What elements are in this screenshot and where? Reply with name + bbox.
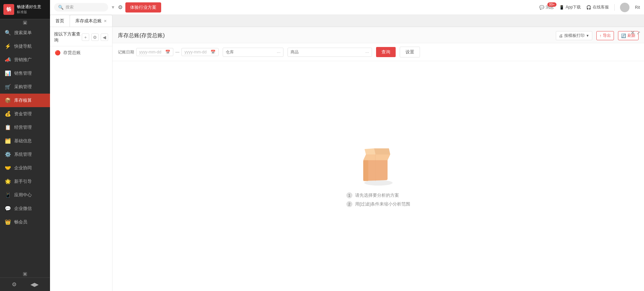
sidebar-item-sales[interactable]: 📊 销售管理 [0, 67, 50, 80]
main-area: 🔍 搜索 ▼ ⚙ 体验行业方案 💬 消息 99+ 📱 App下载 🎧 在线客服 [50, 0, 644, 291]
sidebar-item-marketing[interactable]: 📣 营销推广 [0, 53, 50, 67]
svg-point-0 [364, 180, 393, 186]
operation-icon: 📋 [5, 124, 11, 130]
filter-collapse-btn[interactable]: ◀ [101, 33, 108, 41]
empty-tips: 1 请先选择要分析的方案 2 用[过滤]条件来缩小分析范围 [346, 192, 410, 207]
sidebar-item-label: 基础信息 [14, 138, 32, 144]
sidebar-toggle-btn[interactable]: ◀▶ [30, 281, 39, 288]
tabs-bar: 首页 库存成本总账 ✕ [50, 15, 644, 27]
settings-btn[interactable]: 设置 [400, 47, 420, 57]
app-download-btn[interactable]: 📱 App下载 [559, 4, 581, 10]
empty-illustration [356, 145, 400, 186]
sidebar-item-appstore[interactable]: 📱 应用中心 [0, 188, 50, 202]
filter-add-btn[interactable]: + [82, 33, 89, 41]
empty-box-svg [356, 145, 400, 186]
scroll-down-btn[interactable]: ▼ [23, 272, 27, 276]
tab-home[interactable]: 首页 [50, 15, 70, 27]
topbar-search-placeholder: 搜索 [66, 4, 74, 10]
newbie-icon: 🌟 [5, 178, 11, 185]
sidebar-item-newbie[interactable]: 🌟 新手引导 [0, 175, 50, 188]
marketing-icon: 📣 [5, 57, 11, 63]
sidebar-bottom: ⚙ ◀▶ [0, 277, 50, 291]
scroll-up-btn[interactable]: ▲ [23, 21, 27, 25]
message-icon: 💬 [539, 5, 544, 10]
goods-input[interactable]: 商品 ··· [288, 48, 372, 57]
page-actions: 🖨 按模板打印 ▼ ↑ 导出 🔄 刷新 [556, 31, 639, 40]
system-icon: ⚙️ [5, 151, 11, 157]
sidebar-item-basic[interactable]: 🗂️ 基础信息 [0, 134, 50, 148]
tab-close-btn[interactable]: ✕ [104, 19, 107, 23]
logo-icon: 畅 [3, 4, 14, 15]
empty-tip-2: 2 用[过滤]条件来缩小分析范围 [346, 201, 410, 207]
sidebar-nav: 🔍 搜索菜单 ⚡ 快捷导航 📣 营销推广 📊 销售管理 🛒 采购管理 📦 库存核… [0, 26, 50, 271]
filter-item-inventory-ledger[interactable]: 🔴 存货总账 [50, 46, 112, 59]
sidebar-item-wechat[interactable]: 💬 企业微信 [0, 202, 50, 215]
empty-tip-1: 1 请先选择要分析的方案 [346, 192, 410, 198]
avatar[interactable] [620, 3, 629, 12]
headset-icon: 🎧 [586, 5, 591, 10]
sidebar-item-member[interactable]: 👑 畅会员 [0, 215, 50, 229]
notifications-btn[interactable]: 💬 消息 99+ [539, 4, 554, 10]
date-start-input[interactable]: yyyy-mm-dd 📅 [136, 48, 173, 56]
expand-panel-btn[interactable]: ⤢ [637, 30, 641, 35]
sidebar-item-label: 库存核算 [14, 97, 32, 103]
sidebar-item-label: 企业协同 [14, 165, 32, 171]
filter-panel: 按以下方案查询 + ⚙ ◀ 🔴 存货总账 [50, 27, 113, 291]
notification-badge: 99+ [547, 2, 556, 7]
search-btn[interactable]: 查询 [376, 47, 396, 57]
settings-gear-icon: ⚙ [12, 281, 17, 288]
print-icon: 🖨 [559, 33, 563, 38]
online-service-btn[interactable]: 🎧 在线客服 [586, 4, 609, 10]
sidebar-item-enterprise[interactable]: 🤝 企业协同 [0, 161, 50, 175]
page-area: 库存总账(存货总账) 🖨 按模板打印 ▼ ↑ 导出 🔄 刷新 [113, 27, 644, 291]
member-icon: 👑 [5, 219, 11, 225]
sidebar-item-search[interactable]: 🔍 搜索菜单 [0, 26, 50, 40]
phone-icon: 📱 [559, 5, 564, 10]
filter-settings-btn[interactable]: ⚙ [91, 33, 99, 41]
export-btn[interactable]: ↑ 导出 [596, 31, 614, 40]
calendar-start-icon[interactable]: 📅 [165, 50, 170, 54]
date-end-input[interactable]: yyyy-mm-dd 📅 [181, 48, 219, 56]
date-field: 记账日期 yyyy-mm-dd 📅 — yyyy-mm-dd 📅 [118, 48, 219, 56]
sidebar-settings-btn[interactable]: ⚙ [12, 281, 17, 288]
sidebar-item-shortcut[interactable]: ⚡ 快捷导航 [0, 40, 50, 53]
enterprise-icon: 🤝 [5, 165, 11, 171]
sidebar-item-system[interactable]: ⚙️ 系统管理 [0, 148, 50, 161]
app-version: 标准版 [17, 10, 41, 15]
tip-num-1: 1 [346, 192, 352, 198]
warehouse-more-icon: ··· [277, 50, 280, 55]
page-header: 库存总账(存货总账) 🖨 按模板打印 ▼ ↑ 导出 🔄 刷新 [113, 27, 644, 43]
sidebar-item-label: 系统管理 [14, 151, 32, 157]
panel-controls: ✕ ⤢ [627, 27, 644, 39]
sidebar-item-finance[interactable]: 💰 资金管理 [0, 107, 50, 121]
sidebar-item-purchase[interactable]: 🛒 采购管理 [0, 80, 50, 94]
tab-inventory-ledger-label: 库存成本总账 [75, 18, 102, 24]
tip-text-1: 请先选择要分析的方案 [355, 192, 399, 198]
sidebar-item-label: 搜索菜单 [14, 30, 32, 36]
goods-label: 商品 [291, 49, 299, 55]
sidebar-item-operation[interactable]: 📋 经营管理 [0, 121, 50, 134]
close-panel-btn[interactable]: ✕ [630, 30, 635, 36]
app-logo: 畅 畅捷通好生意 标准版 [0, 0, 50, 19]
tab-inventory-ledger[interactable]: 库存成本总账 ✕ [70, 15, 113, 27]
warehouse-input[interactable]: 仓库 ··· [223, 48, 283, 57]
topbar-gear-icon[interactable]: ⚙ [118, 4, 123, 10]
filter-item-icon: 🔴 [55, 50, 60, 55]
date-separator: — [175, 50, 179, 54]
print-template-btn[interactable]: 🖨 按模板打印 ▼ [556, 31, 592, 40]
filter-header-btns: + ⚙ ◀ [82, 33, 108, 41]
sidebar-item-label: 企业微信 [14, 205, 32, 212]
topbar: 🔍 搜索 ▼ ⚙ 体验行业方案 💬 消息 99+ 📱 App下载 🎧 在线客服 [50, 0, 644, 15]
refresh-icon: 🔄 [621, 33, 626, 38]
appstore-icon: 📱 [5, 192, 11, 198]
topbar-dropdown-btn[interactable]: ▼ [111, 5, 115, 10]
calendar-end-icon[interactable]: 📅 [210, 50, 216, 54]
app-name: 畅捷通好生意 [17, 4, 41, 10]
sidebar-item-inventory[interactable]: 📦 库存核算 [0, 94, 50, 107]
topbar-search-box[interactable]: 🔍 搜索 [54, 3, 108, 11]
industry-btn[interactable]: 体验行业方案 [125, 2, 161, 13]
sidebar-item-label: 营销推广 [14, 57, 32, 63]
search-bar: 记账日期 yyyy-mm-dd 📅 — yyyy-mm-dd 📅 仓库 ··· [113, 43, 644, 61]
finance-icon: 💰 [5, 111, 11, 117]
date-label: 记账日期 [118, 49, 134, 55]
